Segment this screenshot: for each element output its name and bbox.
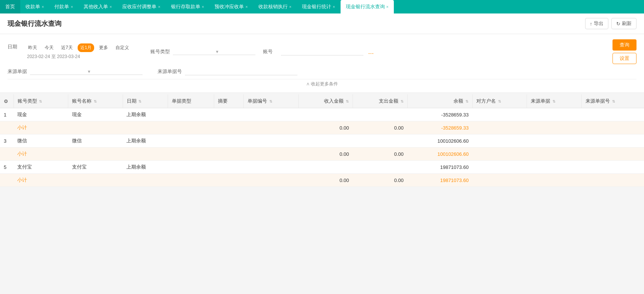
close-stats-icon[interactable]: ×	[333, 0, 335, 13]
cell-expense	[353, 134, 408, 148]
th-account-name[interactable]: 账号名称 ⇅	[68, 94, 123, 108]
th-account-type[interactable]: 账号类型 ⇅	[14, 94, 68, 108]
cell-date	[123, 174, 168, 187]
th-gear[interactable]: ⚙	[0, 94, 14, 108]
account-type-arrow-icon: ▼	[215, 49, 253, 54]
cell-num: 1	[0, 108, 14, 121]
close-payment-icon[interactable]: ×	[71, 0, 73, 13]
cell-summary	[214, 161, 244, 174]
date-btn-more[interactable]: 更多	[96, 43, 111, 52]
cell-income	[298, 161, 353, 174]
table-row[interactable]: 小计 0.00 0.00 19871073.60	[0, 174, 644, 187]
close-ar-ap-icon[interactable]: ×	[158, 0, 160, 13]
close-bank-deposit-icon[interactable]: ×	[202, 0, 204, 13]
cell-counterpart	[472, 148, 527, 161]
nav-payment[interactable]: 付款单 ×	[49, 0, 78, 13]
action-buttons: 查询 设置	[612, 39, 636, 64]
account-dots[interactable]: ...	[366, 48, 375, 56]
nav-receipt[interactable]: 收款单 ×	[20, 0, 49, 13]
collapse-bar[interactable]: ∧ 收起更多条件	[8, 79, 636, 89]
sort-income-icon: ⇅	[346, 99, 349, 103]
th-summary[interactable]: 摘要	[214, 94, 244, 108]
header-actions: ↑ 导出 ↻ 刷新	[585, 18, 637, 29]
cell-counterpart	[472, 174, 527, 187]
cell-source-doc-no	[581, 108, 644, 121]
settings-button[interactable]: 设置	[612, 53, 636, 64]
table-row[interactable]: 1 现金 现金 上期余额 -3528659.33	[0, 108, 644, 121]
cell-doc-no	[244, 174, 299, 187]
date-filter-group: 日期 昨天 今天 近7天 近1月 更多 自定义 2023-02-24 至 202…	[8, 43, 132, 60]
table-row[interactable]: 小计 0.00 0.00 100102606.60	[0, 148, 644, 161]
cell-doc-type	[168, 161, 214, 174]
cell-date: 上期余额	[123, 134, 168, 148]
cell-summary	[214, 148, 244, 161]
cell-income	[298, 134, 353, 148]
cell-num	[0, 148, 14, 161]
date-shortcuts: 昨天 今天 近7天 近1月 更多 自定义	[26, 43, 132, 52]
date-btn-7days[interactable]: 近7天	[59, 43, 75, 52]
th-doc-type[interactable]: 单据类型	[168, 94, 214, 108]
filter-row-1: 日期 昨天 今天 近7天 近1月 更多 自定义 2023-02-24 至 202…	[8, 39, 636, 64]
cell-source-doc	[527, 134, 582, 148]
sort-source-doc-icon: ⇅	[552, 99, 555, 103]
date-btn-1month[interactable]: 近1月	[78, 43, 95, 52]
source-doc-select[interactable]: ▼	[30, 69, 143, 75]
refresh-button[interactable]: ↻ 刷新	[611, 18, 636, 29]
close-prepay-icon[interactable]: ×	[245, 0, 248, 13]
close-flow-icon[interactable]: ×	[386, 0, 389, 13]
sort-date-icon: ⇅	[138, 99, 141, 103]
table-row[interactable]: 3 微信 微信 上期余额 100102606.60	[0, 134, 644, 148]
date-btn-custom[interactable]: 自定义	[113, 43, 132, 52]
cell-account-type: 小计	[14, 121, 68, 134]
th-balance[interactable]: 余额 ⇅	[407, 94, 472, 108]
cell-balance: 100102606.60	[407, 134, 472, 148]
source-doc-no-input[interactable]	[185, 68, 297, 75]
sort-doc-no-icon: ⇅	[269, 99, 272, 103]
date-btn-yesterday[interactable]: 昨天	[26, 43, 40, 52]
cell-expense: 0.00	[353, 174, 408, 187]
cell-account-name: 现金	[68, 108, 123, 121]
cell-summary	[214, 174, 244, 187]
th-expense[interactable]: 支出金额 ⇅	[353, 94, 408, 108]
data-table: ⚙ 账号类型 ⇅ 账号名称 ⇅ 日期 ⇅ 单据类型 摘要	[0, 94, 644, 187]
close-collection-icon[interactable]: ×	[289, 0, 291, 13]
close-receipt-icon[interactable]: ×	[42, 0, 44, 13]
cell-summary	[214, 108, 244, 121]
cell-expense	[353, 161, 408, 174]
cell-doc-no	[244, 134, 299, 148]
sort-balance-icon: ⇅	[465, 99, 468, 103]
th-source-doc[interactable]: 来源单据 ⇅	[527, 94, 582, 108]
nav-other-income[interactable]: 其他收入单 ×	[78, 0, 117, 13]
th-doc-no[interactable]: 单据编号 ⇅	[244, 94, 299, 108]
close-other-income-icon[interactable]: ×	[110, 0, 112, 13]
th-source-doc-no[interactable]: 来源单据号 ⇅	[581, 94, 644, 108]
cell-account-name	[68, 121, 123, 134]
account-input[interactable]	[281, 48, 363, 55]
cell-doc-no	[244, 121, 299, 134]
cell-balance: 100102606.60	[407, 148, 472, 161]
th-date[interactable]: 日期 ⇅	[123, 94, 168, 108]
query-button[interactable]: 查询	[612, 39, 636, 51]
nav-prepay-offset[interactable]: 预收冲应收单 ×	[209, 0, 253, 13]
cell-balance: -3528659.33	[407, 121, 472, 134]
th-counterpart[interactable]: 对方户名 ⇅	[472, 94, 527, 108]
date-btn-today[interactable]: 今天	[42, 43, 56, 52]
nav-cash-bank-flow[interactable]: 现金银行流水查询 ×	[341, 0, 394, 13]
nav-bank-deposit[interactable]: 银行存取款单 ×	[166, 0, 209, 13]
cell-expense	[353, 108, 408, 121]
export-button[interactable]: ↑ 导出	[585, 18, 609, 29]
nav-home[interactable]: 首页	[0, 0, 20, 13]
account-type-select[interactable]: ▼	[173, 49, 255, 55]
table-row[interactable]: 5 支付宝 支付宝 上期余额 19871073.60	[0, 161, 644, 174]
cell-num: 3	[0, 134, 14, 148]
table-row[interactable]: 小计 0.00 0.00 -3528659.33	[0, 121, 644, 134]
th-income[interactable]: 收入金额 ⇅	[298, 94, 353, 108]
cell-doc-type	[168, 148, 214, 161]
nav-collection-exec[interactable]: 收款核销执行 ×	[253, 0, 297, 13]
export-icon: ↑	[590, 21, 593, 27]
page-header: 现金银行流水查询 ↑ 导出 ↻ 刷新	[0, 13, 644, 34]
sort-account-type-icon: ⇅	[39, 99, 42, 103]
cell-expense: 0.00	[353, 121, 408, 134]
nav-cash-bank-stats[interactable]: 现金银行统计 ×	[297, 0, 340, 13]
nav-ar-ap-adjust[interactable]: 应收应付调整单 ×	[117, 0, 165, 13]
